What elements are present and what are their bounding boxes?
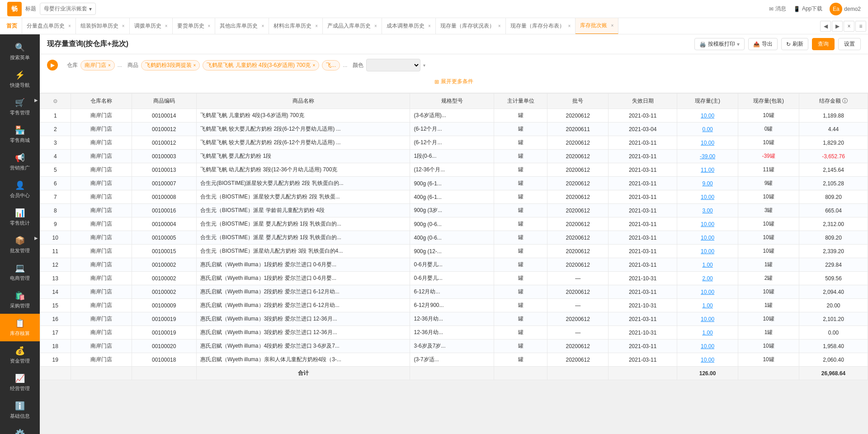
sidebar-item-system[interactable]: ⚙️ 系统管理 <box>0 424 40 434</box>
cell-qty-main[interactable]: 1.00 <box>677 326 738 340</box>
cell-qty-main[interactable]: 1.00 <box>677 299 738 312</box>
tab-diaopan[interactable]: 调拨单历史 × <box>130 18 173 34</box>
tab-close-chancheng[interactable]: × <box>374 24 377 28</box>
tab-close-xiancun1[interactable]: × <box>498 24 501 28</box>
tab-xiancun1[interactable]: 现存量（库存状况表） × <box>436 18 506 34</box>
tab-close-zuzhuang[interactable]: × <box>122 24 125 28</box>
tab-chancheng[interactable]: 产成品入库单历史 × <box>323 18 382 34</box>
sidebar-retail-label: 零售管理 <box>10 109 30 116</box>
cell-qty-main[interactable]: 10.00 <box>677 231 738 245</box>
cell-qty-main[interactable]: 0.00 <box>677 123 738 136</box>
sidebar-item-basic[interactable]: ℹ️ 基础信息 <box>0 396 40 424</box>
sidebar-item-retail[interactable]: 🛒 零售管理 ▶ <box>0 93 40 121</box>
sidebar-item-operations[interactable]: 📈 经营管理 <box>0 369 40 396</box>
export-btn[interactable]: 📤 导出 <box>748 38 778 50</box>
cell-no: 6 <box>40 177 71 190</box>
user-area[interactable]: Ea demo2 <box>830 3 861 15</box>
message-btn[interactable]: ✉ 消息 <box>769 5 786 13</box>
cell-qty-main[interactable]: 10.00 <box>677 340 738 353</box>
cell-code: 00100012 <box>132 123 196 136</box>
cell-qty-main[interactable]: 11.00 <box>677 163 738 177</box>
industry-select[interactable]: 母婴行业演示账套 ▾ <box>40 3 96 15</box>
expand-more-btn[interactable]: ⊞ 展开更多条件 <box>434 78 473 85</box>
settings-btn[interactable]: 设置 <box>838 38 861 50</box>
warehouse-more-btn[interactable]: ... <box>118 62 122 68</box>
goods-tag-1-close[interactable]: × <box>193 63 196 68</box>
cell-qty-main[interactable]: 10.00 <box>677 312 738 326</box>
tab-close-cailiao[interactable]: × <box>315 24 318 28</box>
sidebar-item-finance[interactable]: 💰 资金管理 <box>0 341 40 369</box>
sidebar-item-search[interactable]: 🔍 搜索英单 <box>0 38 40 66</box>
cell-qty-main[interactable]: 2.00 <box>677 272 738 285</box>
tab-close-xiancun2[interactable]: × <box>568 24 571 28</box>
content-area: 现存量查询(按仓库+批次) 🖨️ 按模板打印 ▾ 📤 导出 ↻ 刷新 查询 <box>40 34 868 434</box>
tab-cailiao[interactable]: 材料出库单历史 × <box>269 18 323 34</box>
sidebar-item-ecommerce[interactable]: 💻 电商管理 <box>0 259 40 286</box>
table-body: 1 南岸门店 00100014 飞鹤星飞帆 儿童奶粉 4段(3-6岁适用) 70… <box>40 109 868 380</box>
footer-label: 合计 <box>196 367 410 380</box>
sidebar-item-retailstat[interactable]: 📊 零售统计 <box>0 203 40 231</box>
table-row: 14 南岸门店 00100002 惠氏启赋（Wyeth illuma）2段奶粉 … <box>40 285 868 299</box>
cell-qty-main[interactable]: 3.00 <box>677 204 738 217</box>
query-btn[interactable]: 查询 <box>812 38 835 50</box>
warehouse-tag-close[interactable]: × <box>108 63 111 68</box>
cell-qty-main[interactable]: 1.00 <box>677 258 738 272</box>
sidebar-item-member[interactable]: 👤 会员中心 <box>0 176 40 203</box>
system-icon: ⚙️ <box>15 429 25 434</box>
cell-no: 2 <box>40 123 71 136</box>
tab-kucunpici[interactable]: 库存批次账 × <box>576 18 618 34</box>
cell-qty-pkg: 10罐 <box>738 217 799 231</box>
cell-spec: 0-6月婴儿... <box>410 258 494 272</box>
print-btn[interactable]: 🖨️ 按模板打印 ▾ <box>694 38 745 50</box>
cell-expire: 2021-10-31 <box>609 272 677 285</box>
cell-qty-main[interactable]: 10.00 <box>677 109 738 123</box>
tab-yaohuo[interactable]: 要货单历史 × <box>173 18 216 34</box>
tab-close-chengben[interactable]: × <box>428 24 431 28</box>
sidebar-item-mall[interactable]: 🏪 零售商城 <box>0 121 40 148</box>
tab-close-kucunpici[interactable]: × <box>611 23 613 28</box>
color-select[interactable] <box>366 59 420 71</box>
sidebar-item-quicknav[interactable]: ⚡ 快捷导航 <box>0 66 40 93</box>
tab-close-yaohuo[interactable]: × <box>208 24 211 28</box>
filter-expand-arrow[interactable]: ▶ <box>47 60 58 71</box>
tab-close-all-btn[interactable]: × <box>844 21 854 32</box>
th-setting[interactable]: ⚙ <box>40 94 71 109</box>
cell-qty-pkg: 2罐 <box>738 272 799 285</box>
tab-close-qita[interactable]: × <box>261 24 264 28</box>
tab-menu-btn[interactable]: ≡ <box>855 21 866 32</box>
tab-fenpan[interactable]: 分量盘点单历史 × <box>22 18 76 34</box>
tab-qita[interactable]: 其他出库单历史 × <box>215 18 269 34</box>
cell-qty-main[interactable]: 10.00 <box>677 245 738 258</box>
sidebar-item-purchase[interactable]: 🛍️ 采购管理 <box>0 286 40 314</box>
app-download-btn[interactable]: 📱 App下载 <box>793 5 822 13</box>
sidebar-item-wholesale[interactable]: 📦 批发管理 ▶ <box>0 231 40 259</box>
cell-batch: — <box>547 326 609 340</box>
cell-qty-main[interactable]: -39.00 <box>677 150 738 163</box>
tab-zuzhuang[interactable]: 组装拆卸单历史 × <box>76 18 130 34</box>
tab-prev-btn[interactable]: ◀ <box>820 21 831 32</box>
cell-unit: 罐 <box>494 109 547 123</box>
cell-unit: 罐 <box>494 245 547 258</box>
sidebar-item-marketing[interactable]: 📢 营销推广 <box>0 148 40 176</box>
setting-icon[interactable]: ⚙ <box>53 98 58 104</box>
goods-more-btn[interactable]: ... <box>343 62 347 68</box>
table-container[interactable]: ⚙ 仓库名称 商品编码 商品名称 规格型号 主计量单位 批号 失效日期 现存量(… <box>40 93 868 434</box>
tab-close-diaopan[interactable]: × <box>165 24 168 28</box>
cell-qty-main[interactable]: 10.00 <box>677 285 738 299</box>
cell-qty-main[interactable]: 9.00 <box>677 177 738 190</box>
sidebar-ecommerce-label: 电商管理 <box>10 275 30 282</box>
tab-home[interactable]: 首页 <box>2 18 22 34</box>
sidebar-item-inventory[interactable]: 📋 库存核算 <box>0 314 40 341</box>
cell-warehouse: 南岸门店 <box>71 204 132 217</box>
tab-chengben[interactable]: 成本调整单历史 × <box>382 18 436 34</box>
tab-next-btn[interactable]: ▶ <box>832 21 843 32</box>
cell-qty-main[interactable]: 10.00 <box>677 190 738 204</box>
cell-balance: 0.00 <box>799 326 868 340</box>
tab-close-fenpan[interactable]: × <box>68 24 71 28</box>
tab-xiancun2[interactable]: 现存量（库存分布表） × <box>506 18 576 34</box>
refresh-btn[interactable]: ↻ 刷新 <box>781 38 808 50</box>
cell-qty-main[interactable]: 10.00 <box>677 353 738 367</box>
goods-tag-2-close[interactable]: × <box>312 63 315 68</box>
cell-qty-main[interactable]: 10.00 <box>677 136 738 150</box>
cell-qty-main[interactable]: 10.00 <box>677 217 738 231</box>
